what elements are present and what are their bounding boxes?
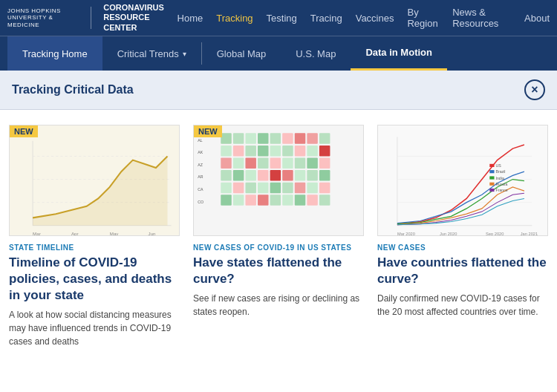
svg-rect-42	[258, 170, 269, 181]
svg-rect-51	[258, 183, 269, 194]
card-desc-2: See if new cases are rising or declining…	[193, 292, 364, 318]
svg-rect-20	[319, 133, 330, 144]
svg-text:AR: AR	[198, 175, 203, 180]
chevron-down-icon: ▾	[183, 50, 186, 58]
svg-rect-22	[233, 146, 244, 157]
svg-rect-82	[489, 164, 494, 167]
svg-rect-55	[307, 183, 318, 194]
svg-text:AL: AL	[198, 138, 202, 143]
svg-rect-56	[319, 183, 330, 194]
svg-text:Russia: Russia	[496, 182, 508, 186]
subnav-critical-trends[interactable]: Critical Trends ▾	[102, 36, 201, 71]
svg-rect-63	[295, 195, 306, 206]
svg-rect-38	[319, 158, 330, 169]
nav-news[interactable]: News & Resources	[452, 7, 511, 29]
card-title-2: Have states flattened the curve?	[193, 255, 364, 287]
svg-rect-30	[221, 158, 232, 169]
main-content: NEW Mar Apr May	[0, 110, 557, 363]
svg-rect-46	[307, 170, 318, 181]
nav-testing[interactable]: Testing	[267, 13, 297, 24]
subnav-tracking-home[interactable]: Tracking Home	[7, 36, 102, 71]
svg-text:Mar: Mar	[33, 231, 41, 236]
svg-text:France: France	[496, 188, 508, 192]
card-states-curve[interactable]: NEW /* inline SVG rects below */	[193, 125, 364, 348]
card-image-2: NEW /* inline SVG rects below */	[193, 125, 364, 236]
svg-rect-59	[245, 195, 256, 206]
svg-rect-23	[245, 146, 256, 157]
svg-text:May: May	[110, 231, 120, 236]
svg-rect-13	[233, 133, 244, 144]
svg-rect-45	[295, 170, 306, 181]
svg-rect-47	[319, 170, 330, 181]
svg-text:Jan 2021: Jan 2021	[521, 232, 538, 236]
svg-rect-65	[319, 195, 330, 206]
jhu-name: JOHNS HOPKINS UNIVERSITY & MEDICINE	[7, 7, 79, 29]
svg-rect-26	[282, 146, 293, 157]
svg-rect-24	[258, 146, 269, 157]
nav-home[interactable]: Home	[177, 13, 203, 24]
new-badge-2: NEW	[194, 125, 222, 137]
svg-rect-12	[221, 133, 232, 144]
card-title-3: Have countries flattened the curve?	[377, 255, 548, 287]
svg-rect-33	[258, 158, 269, 169]
svg-rect-84	[489, 170, 494, 173]
new-badge-1: NEW	[10, 125, 38, 137]
svg-rect-41	[245, 170, 256, 181]
svg-rect-52	[270, 183, 281, 194]
svg-rect-48	[221, 183, 232, 194]
svg-text:Apr: Apr	[71, 231, 79, 236]
card-title-1: Timeline of COVID-19 policies, cases, an…	[9, 255, 180, 304]
svg-rect-28	[307, 146, 318, 157]
subnav-data-in-motion[interactable]: Data in Motion	[351, 36, 447, 71]
logo-divider	[91, 7, 91, 29]
cards-grid: NEW Mar Apr May	[9, 125, 548, 348]
jhu-logo: JOHNS HOPKINS UNIVERSITY & MEDICINE	[7, 7, 79, 29]
svg-rect-18	[295, 133, 306, 144]
nav-byregion[interactable]: By Region	[407, 7, 439, 29]
chart-svg-1: Mar Apr May Jun	[10, 125, 179, 236]
close-button[interactable]: ×	[524, 79, 545, 100]
svg-rect-35	[282, 158, 293, 169]
svg-rect-14	[245, 133, 256, 144]
svg-rect-21	[221, 146, 232, 157]
svg-rect-17	[282, 133, 293, 144]
svg-text:Mar 2020: Mar 2020	[397, 232, 415, 236]
card-image-1: NEW Mar Apr May	[9, 125, 180, 236]
card-image-3: Mar 2020 Jun 2020 Sep 2020 Jan 2021 US B…	[377, 125, 548, 236]
svg-rect-90	[489, 189, 494, 192]
tracking-banner: Tracking Critical Data ×	[0, 71, 557, 110]
svg-text:AZ: AZ	[198, 163, 203, 167]
svg-rect-25	[270, 146, 281, 157]
logo-area: JOHNS HOPKINS UNIVERSITY & MEDICINE CORO…	[7, 3, 177, 33]
svg-rect-57	[221, 195, 232, 206]
nav-tracing[interactable]: Tracing	[310, 13, 342, 24]
nav-vaccines[interactable]: Vaccines	[356, 13, 394, 24]
banner-title: Tracking Critical Data	[12, 83, 134, 97]
nav-links: Home Tracking Testing Tracing Vaccines B…	[177, 7, 550, 29]
chart-svg-2: /* inline SVG rects below */	[194, 125, 363, 236]
svg-text:US: US	[496, 163, 502, 168]
nav-about[interactable]: About	[524, 13, 550, 24]
nav-tracking[interactable]: Tracking	[216, 13, 253, 24]
card-category-1: STATE TIMELINE	[9, 244, 180, 252]
svg-rect-36	[295, 158, 306, 169]
svg-rect-49	[233, 183, 244, 194]
svg-rect-39	[221, 170, 232, 181]
svg-rect-60	[258, 195, 269, 206]
svg-rect-27	[295, 146, 306, 157]
sub-nav: Tracking Home Critical Trends ▾ Global M…	[0, 36, 557, 71]
svg-rect-86	[489, 176, 494, 179]
svg-rect-88	[489, 183, 494, 186]
subnav-global-map[interactable]: Global Map	[202, 36, 281, 71]
svg-text:India: India	[496, 176, 504, 180]
subnav-us-map[interactable]: U.S. Map	[281, 36, 351, 71]
card-countries-curve[interactable]: Mar 2020 Jun 2020 Sep 2020 Jan 2021 US B…	[377, 125, 548, 348]
svg-rect-54	[295, 183, 306, 194]
card-category-3: NEW CASES	[377, 244, 548, 252]
card-desc-1: A look at how social distancing measures…	[9, 308, 180, 348]
svg-rect-31	[233, 158, 244, 169]
svg-rect-62	[282, 195, 293, 206]
card-state-timeline[interactable]: NEW Mar Apr May	[9, 125, 180, 348]
svg-rect-43	[270, 170, 281, 181]
svg-rect-53	[282, 183, 293, 194]
